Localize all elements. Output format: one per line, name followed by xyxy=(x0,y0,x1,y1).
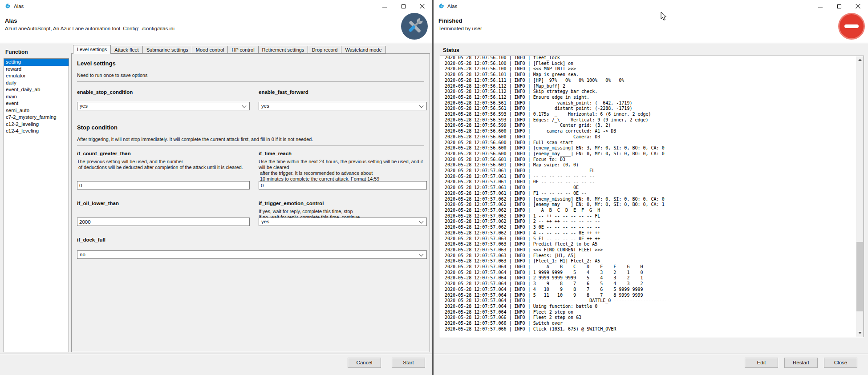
function-list-item[interactable]: event xyxy=(4,100,69,107)
chevron-down-icon xyxy=(419,252,424,257)
log-line: 2020-05-28 12:07:57.062 | INFO | A B C D… xyxy=(445,208,856,214)
function-list-item[interactable]: event_daily_ab xyxy=(4,86,69,93)
function-list-item[interactable]: semi_auto xyxy=(4,107,69,114)
function-list-item[interactable]: c7-2_mystery_farming xyxy=(4,114,69,121)
if-count-greater-than-input[interactable] xyxy=(77,181,250,190)
app-subtitle: AzurLaneAutoScript, An Azur Lane automat… xyxy=(5,26,174,31)
enable-stop-condition-select[interactable]: yes xyxy=(77,102,250,110)
if-trigger-emotion-control-select[interactable]: yes xyxy=(259,218,427,226)
field-label-if-trigger-emotion-control: if_trigger_emotion_control xyxy=(259,201,324,206)
log-line: 2020-05-28 12:07:56.101 | INFO | Map is … xyxy=(445,72,856,78)
field-label-if-dock-full: if_dock_full xyxy=(77,237,105,242)
alas-app-icon xyxy=(4,3,11,9)
window-controls xyxy=(375,0,431,12)
close-button[interactable] xyxy=(848,0,867,12)
maximize-icon xyxy=(837,4,841,8)
maximize-button[interactable] xyxy=(830,0,848,12)
scroll-up-button[interactable] xyxy=(856,56,864,64)
field-label-enable-stop-condition: enable_stop_condition xyxy=(77,89,133,95)
screen: Alas Alas AzurLaneAutoScript, An Azur La… xyxy=(0,0,868,375)
function-listbox[interactable]: settingrewardemulatordailyevent_daily_ab… xyxy=(4,58,69,352)
log-line: 2020-05-28 12:07:56.600 | INFO | camera … xyxy=(445,129,856,134)
log-line: 2020-05-28 12:07:57.061 | INFO | 0E -- -… xyxy=(445,179,856,185)
log-line: 2020-05-28 12:07:56.111 | INFO | [HP] 97… xyxy=(445,78,856,84)
edit-button[interactable]: Edit xyxy=(745,358,778,368)
log-line: 2020-05-28 12:07:57.064 | INFO | 4 10 9 … xyxy=(445,287,856,293)
log-line: 2020-05-28 12:07:57.066 | INFO | Switch … xyxy=(445,321,856,327)
log-line: 2020-05-28 12:07:56.100 | INFO | [Fleet_… xyxy=(445,61,856,67)
alas-run-log-window: Alas Finished Terminated by user Status … xyxy=(434,0,868,375)
function-list-item[interactable]: c12-4_leveling xyxy=(4,128,69,135)
enable-fast-forward-select[interactable]: yes xyxy=(259,102,427,110)
settings-tab[interactable]: Attack fleet xyxy=(110,46,142,53)
settings-tab[interactable]: Submarine settings xyxy=(142,46,192,53)
window-title: Alas xyxy=(14,4,24,9)
titlebar: Alas xyxy=(434,0,868,12)
log-line: 2020-05-28 12:07:56.600 | INFO | Camera:… xyxy=(445,134,856,140)
log-line: 2020-05-28 12:07:57.062 | INFO | 4 -- --… xyxy=(445,230,856,236)
arrow-up-icon xyxy=(858,59,862,61)
log-line: 2020-05-28 12:07:57.064 | INFO | 2 9999 … xyxy=(445,275,856,281)
app-title: Alas xyxy=(5,17,17,24)
log-line: 2020-05-28 12:07:57.066 | INFO | Click (… xyxy=(445,327,856,332)
if-time-reach-input[interactable] xyxy=(259,181,427,190)
function-list-item[interactable]: emulator xyxy=(4,73,69,80)
scrollbar-thumb[interactable] xyxy=(856,242,863,311)
close-button[interactable] xyxy=(413,0,431,12)
minimize-button[interactable] xyxy=(375,0,394,12)
restart-button[interactable]: Restart xyxy=(784,358,818,368)
if-trigger-emotion-control-value: yes xyxy=(261,219,269,224)
mouse-cursor xyxy=(661,12,667,23)
log-scrollbar[interactable] xyxy=(856,56,864,337)
if-dock-full-value: no xyxy=(80,252,85,257)
function-list-item[interactable]: setting xyxy=(4,59,69,66)
settings-tab[interactable]: Retirement settings xyxy=(258,46,308,53)
settings-tab[interactable]: HP control xyxy=(227,46,258,53)
log-line: 2020-05-28 12:07:56.593 | INFO | Edges: … xyxy=(445,117,856,123)
titlebar: Alas xyxy=(0,0,432,12)
cancel-button[interactable]: Cancel xyxy=(348,358,381,368)
function-list-item[interactable]: daily xyxy=(4,80,69,87)
log-lines: 2020-05-28 12:07:56.100 | INFO | fleet_l… xyxy=(440,56,856,332)
minimize-button[interactable] xyxy=(811,0,830,12)
section-title-level-settings: Level settings xyxy=(77,60,116,67)
function-list-item[interactable]: reward xyxy=(4,66,69,73)
settings-tab[interactable]: Level settings xyxy=(73,45,111,54)
if-oil-lower-than-input[interactable] xyxy=(77,218,250,226)
function-list-item[interactable]: main xyxy=(4,93,69,101)
if-dock-full-select[interactable]: no xyxy=(77,250,427,259)
log-line: 2020-05-28 12:07:57.062 | INFO | [enemy_… xyxy=(445,202,856,208)
log-line: 2020-05-28 12:07:57.064 | INFO | 1 9999 … xyxy=(445,270,856,276)
log-line: 2020-05-28 12:07:56.100 | INFO | fleet_l… xyxy=(445,56,856,61)
settings-tab[interactable]: Wasteland mode xyxy=(341,46,385,53)
log-line: 2020-05-28 12:07:56.600 | INFO | [enemy_… xyxy=(445,145,856,151)
log-line: 2020-05-28 12:07:57.064 | INFO | -------… xyxy=(445,298,856,304)
log-line: 2020-05-28 12:07:57.062 | INFO | 3 0E --… xyxy=(445,225,856,230)
log-line: 2020-05-28 12:07:57.063 | INFO | 5 F1 --… xyxy=(445,236,856,242)
log-line: 2020-05-28 12:07:56.112 | INFO | Skip st… xyxy=(445,89,856,95)
enable-stop-condition-value: yes xyxy=(80,103,88,109)
divider xyxy=(77,81,424,82)
settings-tab[interactable]: Mood control xyxy=(192,46,228,53)
field-label-if-count-greater-than: if_count_greater_than xyxy=(77,151,131,156)
divider xyxy=(77,145,424,146)
log-output[interactable]: 2020-05-28 12:07:56.100 | INFO | fleet_l… xyxy=(440,56,864,337)
log-line: 2020-05-28 12:07:57.062 | INFO | 2 -- ++… xyxy=(445,219,856,225)
log-line: 2020-05-28 12:07:57.066 | INFO | Fleet_2… xyxy=(445,315,856,321)
close-run-button[interactable]: Close xyxy=(824,358,857,368)
log-line: 2020-05-28 12:07:56.600 | INFO | Full sc… xyxy=(445,140,856,146)
close-icon xyxy=(855,4,860,9)
arrow-down-icon xyxy=(858,332,862,334)
log-line: 2020-05-28 12:07:56.601 | INFO | Map swi… xyxy=(445,162,856,168)
log-line: 2020-05-28 12:07:57.063 | INFO | Predict… xyxy=(445,242,856,247)
log-line: 2020-05-28 12:07:57.063 | INFO | [Fleet_… xyxy=(445,258,856,264)
maximize-button[interactable] xyxy=(394,0,413,12)
alas-settings-window: Alas Alas AzurLaneAutoScript, An Azur La… xyxy=(0,0,432,375)
start-button[interactable]: Start xyxy=(392,358,425,368)
stop-badge-icon xyxy=(838,13,865,40)
settings-tab[interactable]: Drop record xyxy=(308,46,341,53)
log-line: 2020-05-28 12:07:56.112 | INFO | Ensure … xyxy=(445,95,856,101)
log-line: 2020-05-28 12:07:57.064 | INFO | A B C D… xyxy=(445,264,856,270)
function-list-item[interactable]: c12-2_leveling xyxy=(4,121,69,128)
scroll-down-button[interactable] xyxy=(856,329,864,337)
